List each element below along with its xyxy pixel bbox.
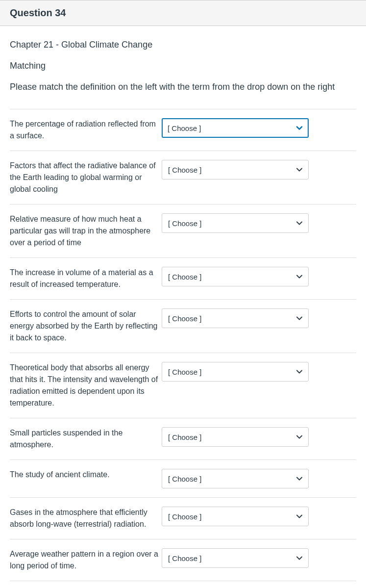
- matching-section: The percentage of radiation reflected fr…: [10, 109, 356, 581]
- match-row: Gases in the atmosphere that efficiently…: [10, 498, 356, 539]
- question-title: Question 34: [10, 7, 356, 19]
- definition-text: Small particles suspended in the atmosph…: [10, 427, 162, 451]
- select-wrapper: [ Choose ]: [162, 427, 309, 447]
- term-select[interactable]: [ Choose ]: [162, 469, 309, 488]
- definition-text: The percentage of radiation reflected fr…: [10, 118, 162, 142]
- chapter-title: Chapter 21 - Global Climate Change: [10, 40, 356, 50]
- select-wrapper: [ Choose ]: [162, 118, 309, 138]
- question-instructions: Please match the definition on the left …: [10, 82, 356, 92]
- question-content: Chapter 21 - Global Climate Change Match…: [0, 26, 366, 581]
- select-wrapper: [ Choose ]: [162, 548, 309, 568]
- match-row: Efforts to control the amount of solar e…: [10, 300, 356, 353]
- definition-text: Relative measure of how much heat a part…: [10, 213, 162, 249]
- definition-text: The increase in volume of a material as …: [10, 267, 162, 290]
- select-wrapper: [ Choose ]: [162, 160, 309, 179]
- definition-text: Efforts to control the amount of solar e…: [10, 308, 162, 344]
- term-select[interactable]: [ Choose ]: [162, 118, 309, 138]
- select-wrapper: [ Choose ]: [162, 507, 309, 526]
- term-select[interactable]: [ Choose ]: [162, 548, 309, 568]
- definition-text: Factors that affect the radiative balanc…: [10, 160, 162, 195]
- match-row: Relative measure of how much heat a part…: [10, 205, 356, 258]
- term-select[interactable]: [ Choose ]: [162, 160, 309, 179]
- term-select[interactable]: [ Choose ]: [162, 308, 309, 328]
- match-row: The percentage of radiation reflected fr…: [10, 109, 356, 151]
- term-select[interactable]: [ Choose ]: [162, 507, 309, 526]
- match-row: Small particles suspended in the atmosph…: [10, 418, 356, 460]
- match-row: The study of ancient climate.[ Choose ]: [10, 460, 356, 498]
- select-wrapper: [ Choose ]: [162, 213, 309, 233]
- definition-text: The study of ancient climate.: [10, 469, 162, 481]
- question-header: Question 34: [0, 0, 366, 26]
- term-select[interactable]: [ Choose ]: [162, 427, 309, 447]
- term-select[interactable]: [ Choose ]: [162, 213, 309, 233]
- select-wrapper: [ Choose ]: [162, 362, 309, 382]
- term-select[interactable]: [ Choose ]: [162, 267, 309, 286]
- match-row: The increase in volume of a material as …: [10, 258, 356, 300]
- select-wrapper: [ Choose ]: [162, 469, 309, 488]
- definition-text: Gases in the atmosphere that efficiently…: [10, 507, 162, 530]
- term-select[interactable]: [ Choose ]: [162, 362, 309, 382]
- question-subtitle: Matching: [10, 61, 356, 71]
- definition-text: Theoretical body that absorbs all energy…: [10, 362, 162, 409]
- select-wrapper: [ Choose ]: [162, 267, 309, 286]
- match-row: Factors that affect the radiative balanc…: [10, 151, 356, 205]
- match-row: Theoretical body that absorbs all energy…: [10, 353, 356, 418]
- select-wrapper: [ Choose ]: [162, 308, 309, 328]
- definition-text: Average weather pattern in a region over…: [10, 548, 162, 572]
- match-row: Average weather pattern in a region over…: [10, 539, 356, 581]
